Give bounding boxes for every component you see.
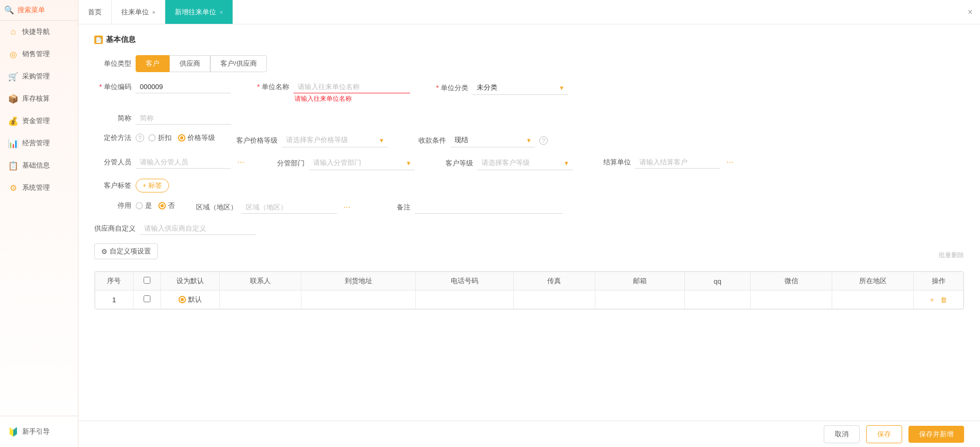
sidebar-item-sales[interactable]: ◎ 销售管理 [0,43,78,65]
add-tag-btn[interactable]: + 标签 [136,179,169,192]
region-input[interactable] [242,201,337,214]
batch-delete-btn[interactable]: 批量删除 [939,251,964,260]
qq-input[interactable] [702,296,734,304]
save-new-button[interactable]: 保存并新增 [908,426,964,443]
customer-level-label: 客户等级 [436,159,473,168]
col-phone: 电话号码 [415,272,513,291]
chevron-down-icon-3: ▾ [527,136,531,144]
fax-input[interactable] [533,296,575,304]
unit-name-label: 单位名称 [252,82,289,92]
payment-terms-field: 收款条件 现结 ▾ ? [409,133,548,147]
sidebar-search-label: 搜索菜单 [17,5,45,15]
unit-type-supplier-btn[interactable]: 供应商 [170,55,210,72]
region-dots-btn[interactable]: ··· [341,203,352,212]
disabled-field: 停用 是 否 [94,201,175,211]
table-region-input[interactable] [852,296,894,304]
main-area: 首页 往来单位 × 新增往来单位 × × 📄 基本信息 单位类型 客户 供应商 [78,0,980,447]
sidebar-item-system[interactable]: ⚙ 系统管理 [0,177,78,199]
chevron-down-icon-2: ▾ [380,136,384,144]
supplier-custom-input[interactable] [140,222,256,235]
manager-input[interactable] [136,156,231,169]
tags-field: 客户标签 + 标签 [94,179,169,192]
row-phone [415,291,513,309]
delete-row-btn[interactable]: 🗑 [938,296,949,304]
tab-partners[interactable]: 往来单位 × [112,0,165,24]
disabled-yes-radio[interactable]: 是 [136,201,152,211]
unit-type-field: 单位类型 客户 供应商 客户/供应商 [94,55,267,72]
tabbar-close-all[interactable]: × [960,0,980,24]
sidebar-item-inventory[interactable]: 📦 库存核算 [0,87,78,110]
settlement-unit-field: 结算单位 ··· [594,156,735,169]
unit-type-btn-group: 客户 供应商 客户/供应商 [136,55,267,72]
col-contact: 联系人 [220,272,301,291]
payment-help-icon[interactable]: ? [539,136,548,145]
select-all-checkbox[interactable] [144,277,150,284]
chevron-down-icon: ▾ [560,84,564,92]
department-label: 分管部门 [268,159,305,168]
disabled-no-radio[interactable]: 否 [158,201,175,211]
customer-level-select[interactable]: 请选择客户等级 ▾ [477,156,573,170]
pricing-level-radio[interactable]: 价格等级 [178,133,215,143]
unit-type-both-btn[interactable]: 客户/供应商 [210,55,267,72]
tab-partners-close[interactable]: × [152,9,155,15]
tab-new-partner[interactable]: 新增往来单位 × [165,0,233,24]
settlement-dots-btn[interactable]: ··· [724,157,735,167]
section-icon: 📄 [94,36,103,44]
sidebar-item-purchase[interactable]: 🛒 采购管理 [0,65,78,87]
supplier-custom-field: 供应商自定义 [94,222,256,235]
operations-icon: 📊 [8,138,18,148]
sidebar-search[interactable]: 🔍 搜索菜单 [0,0,78,21]
shortname-input[interactable] [136,112,231,125]
pricing-radio-group: 折扣 价格等级 [148,133,215,143]
department-select[interactable]: 请输入分管部门 ▾ [309,156,415,170]
unit-name-field-col: 单位名称 请输入往来单位名称 [252,81,410,103]
sidebar-item-operations[interactable]: 📊 经营管理 [0,132,78,154]
unit-type-customer-btn[interactable]: 客户 [136,55,170,72]
col-index: 序号 [95,272,133,291]
sidebar-item-finance[interactable]: 💰 资金管理 [0,110,78,132]
address-input[interactable] [327,296,390,304]
col-checkbox [133,272,161,291]
table-row: 1 默认 [95,291,964,309]
search-icon: 🔍 [4,5,14,15]
manager-dots-btn[interactable]: ··· [235,157,246,167]
region-field: 区域（地区） ··· [196,201,352,214]
email-input[interactable] [616,296,664,304]
add-row-btn[interactable]: + [928,296,937,304]
tab-new-partner-close[interactable]: × [219,9,222,15]
sidebar-item-guide[interactable]: 🔰 新手引导 [0,420,78,443]
chevron-down-icon-5: ▾ [565,159,568,167]
sidebar-item-label: 库存核算 [22,94,50,103]
form-footer: 取消 保存 保存并新增 [78,420,980,447]
unit-name-input[interactable] [293,81,410,93]
col-qq: qq [685,272,751,291]
row-checkbox[interactable] [144,295,150,302]
phone-input[interactable] [438,296,491,304]
sidebar-item-basics[interactable]: 📋 基础信息 [0,154,78,177]
sidebar-item-quick-nav[interactable]: ⌂ 快捷导航 [0,21,78,43]
remark-field: 备注 [373,201,563,214]
save-button[interactable]: 保存 [866,425,902,443]
row-wechat [750,291,832,309]
yes-radio-circle [136,202,143,209]
settlement-unit-input[interactable] [635,156,720,169]
row-fax [513,291,595,309]
wechat-input[interactable] [770,296,813,304]
unit-code-input[interactable] [136,81,231,93]
row-default-radio[interactable]: 默认 [166,295,214,304]
cancel-button[interactable]: 取消 [824,425,860,443]
row-address [301,291,415,309]
tab-home[interactable]: 首页 [78,0,112,24]
unit-category-select[interactable]: 未分类 ▾ [473,81,568,95]
pricing-row: 定价方法 ? 折扣 价格等级 客户价格等级 请选择客户价格等级 [94,133,964,147]
pricing-help-icon[interactable]: ? [136,134,144,142]
payment-terms-select[interactable]: 现结 ▾ [450,133,535,147]
contact-input[interactable] [239,296,282,304]
unit-category-field: 单位分类 未分类 ▾ [431,81,568,95]
remark-input[interactable] [415,201,563,214]
sidebar-item-label: 经营管理 [22,138,50,148]
customer-price-level-select[interactable]: 请选择客户价格等级 ▾ [282,133,388,147]
remark-label: 备注 [373,203,411,212]
custom-settings-btn[interactable]: ⚙ 自定义项设置 [94,243,158,259]
pricing-discount-radio[interactable]: 折扣 [148,133,172,143]
